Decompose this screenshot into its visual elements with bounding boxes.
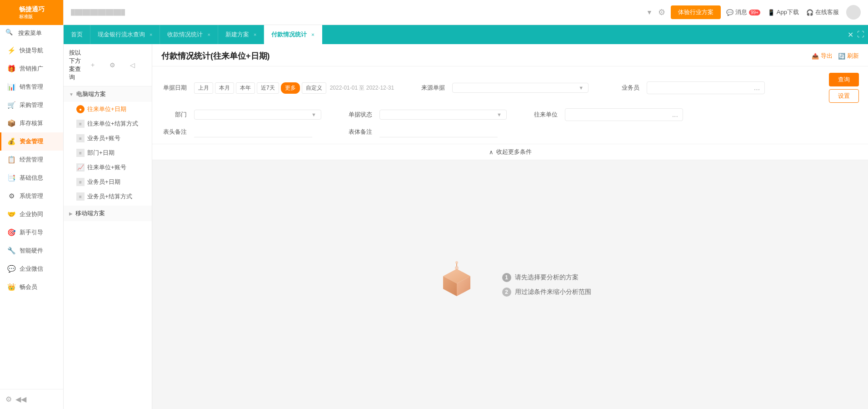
scheme-item-employee-settlement[interactable]: ≡ 业务员+结算方式 xyxy=(64,189,152,204)
topbar-right: 💬 消息 99+ 📱 App下载 🎧 在线客服 xyxy=(726,5,861,20)
export-button[interactable]: 📤 导出 xyxy=(812,52,833,60)
scheme-item-unit-date[interactable]: ● 往来单位+日期 xyxy=(64,102,152,116)
tab-bank-flow[interactable]: 现金银行流水查询 × xyxy=(90,25,160,44)
headset-icon: 🎧 xyxy=(806,9,813,16)
tab-payment-stats-close[interactable]: × xyxy=(207,32,210,37)
filter-row-3: 表头备注 表体备注 xyxy=(161,126,859,137)
empty-content: 1 请先选择要分析的方案 2 用过滤条件来缩小分析范围 xyxy=(429,258,591,312)
close-all-tabs-icon[interactable]: ✕ xyxy=(848,30,853,39)
sidebar-item-operations[interactable]: 📋 经营管理 xyxy=(0,151,63,169)
online-service-button[interactable]: 🎧 在线客服 xyxy=(806,8,839,16)
app-download-button[interactable]: 📱 App下载 xyxy=(768,8,799,16)
partner-select[interactable]: ... xyxy=(565,108,683,121)
scheme-item-label-unit-date: 往来单位+日期 xyxy=(87,105,126,113)
tip-text-2: 用过滤条件来缩小分析范围 xyxy=(515,288,591,296)
date-more-btn[interactable]: 更多 xyxy=(281,82,300,94)
collapse-panel-icon[interactable]: ◁ xyxy=(130,61,147,69)
topbar-dropdown-icon[interactable]: ▼ xyxy=(646,9,653,16)
collapse-sidebar-icon[interactable]: ◀◀ xyxy=(15,395,26,404)
scheme-item-label-employee-settlement: 业务员+结算方式 xyxy=(87,192,132,201)
sidebar-item-finance[interactable]: 💰 资金管理 xyxy=(0,132,63,151)
tip-number-1: 1 xyxy=(502,273,511,282)
date-custom-btn[interactable]: 自定义 xyxy=(302,82,326,94)
scheme-item-dept-date[interactable]: ≡ 部门+日期 xyxy=(64,146,152,160)
sidebar-item-quick-nav[interactable]: ⚡ 快捷导航 xyxy=(0,41,63,60)
topbar-gear-icon[interactable]: ⚙ xyxy=(658,7,665,17)
settings-scheme-icon[interactable]: ⚙ xyxy=(110,61,126,69)
sidebar-item-marketing[interactable]: 🎁 营销推广 xyxy=(0,60,63,78)
scheme-panel-header: 按以下方案查询 ＋ ⚙ ◁ xyxy=(64,44,152,86)
source-select[interactable]: ▼ xyxy=(452,83,589,93)
sidebar-item-purchase[interactable]: 🛒 采购管理 xyxy=(0,96,63,114)
tab-payment-out-close[interactable]: × xyxy=(311,32,314,37)
search-icon: 🔍 xyxy=(5,29,15,38)
query-button[interactable]: 查询 xyxy=(829,73,859,86)
messages-button[interactable]: 💬 消息 99+ xyxy=(726,8,760,16)
mobile-scheme-group-label: 移动端方案 xyxy=(75,209,105,217)
hardware-icon: 🔧 xyxy=(7,246,16,255)
action-buttons: 查询 设置 xyxy=(829,73,859,103)
sidebar-bottom: ⚙ ◀◀ xyxy=(0,389,63,409)
tab-home[interactable]: 首页 xyxy=(64,25,90,44)
tab-payment-stats[interactable]: 收款情况统计 × xyxy=(160,25,218,44)
scheme-item-employee-account[interactable]: ≡ 业务员+账号 xyxy=(64,131,152,146)
sidebar-item-sales[interactable]: 📊 销售管理 xyxy=(0,78,63,96)
scheme-sq-icon-2: ≡ xyxy=(76,134,85,142)
sidebar-item-vip[interactable]: 👑 畅会员 xyxy=(0,278,63,296)
body-note-input[interactable] xyxy=(379,126,498,137)
sidebar-item-inventory[interactable]: 📦 库存核算 xyxy=(0,114,63,132)
logo-sub: 标准版 xyxy=(19,14,45,20)
date-buttons-group: 上月 本月 本年 近7天 更多 自定义 2022-01-01 至 2022-12… xyxy=(194,82,394,94)
tab-bank-flow-close[interactable]: × xyxy=(150,32,152,37)
user-avatar[interactable] xyxy=(846,5,861,20)
tip-text-1: 请先选择要分析的方案 xyxy=(515,273,579,282)
settings-bottom-icon[interactable]: ⚙ xyxy=(5,395,12,404)
date-this-year-btn[interactable]: 本年 xyxy=(236,82,255,94)
sidebar-item-basic-info[interactable]: 📑 基础信息 xyxy=(0,169,63,187)
sidebar-label-finance: 资金管理 xyxy=(20,137,43,146)
doc-status-select[interactable]: ▼ xyxy=(379,110,507,120)
sidebar-item-hardware[interactable]: 🔧 智能硬件 xyxy=(0,242,63,260)
scheme-sq-icon: ≡ xyxy=(76,120,85,128)
settings-button[interactable]: 设置 xyxy=(829,89,859,103)
sidebar-item-enterprise[interactable]: 🤝 企业协同 xyxy=(0,205,63,223)
tab-new-scheme[interactable]: 新建方案 × xyxy=(218,25,264,44)
tab-payment-stats-label: 收款情况统计 xyxy=(167,30,203,39)
refresh-button[interactable]: 🔄 刷新 xyxy=(838,52,859,60)
empty-tip-2: 2 用过滤条件来缩小分析范围 xyxy=(502,288,591,297)
empty-illustration xyxy=(429,258,484,312)
doc-icon: 📑 xyxy=(7,173,16,182)
page-title: 付款情况统计(往来单位+日期) xyxy=(161,50,270,61)
topbar: ██████████████ ▼ ⚙ 体验行业方案 💬 消息 99+ 📱 App… xyxy=(64,0,868,25)
maximize-icon[interactable]: ⛶ xyxy=(857,30,864,39)
header-note-label: 表头备注 xyxy=(161,128,187,136)
industry-trial-button[interactable]: 体验行业方案 xyxy=(671,5,721,19)
date-last-7days-btn[interactable]: 近7天 xyxy=(257,82,279,94)
pc-scheme-group-header[interactable]: ▼ 电脑端方案 xyxy=(64,86,152,102)
tab-payment-out[interactable]: 付款情况统计 × xyxy=(264,25,322,44)
dept-select[interactable]: ▼ xyxy=(194,110,321,120)
sidebar-label-hardware: 智能硬件 xyxy=(20,247,43,255)
collapse-conditions-bar[interactable]: ∧ 收起更多条件 xyxy=(152,144,868,160)
employee-select[interactable]: ... xyxy=(647,81,765,94)
scheme-item-unit-settlement[interactable]: ≡ 往来单位+结算方式 xyxy=(64,116,152,131)
dept-filter-label: 部门 xyxy=(161,111,187,119)
tab-new-scheme-close[interactable]: × xyxy=(254,32,256,37)
add-scheme-icon[interactable]: ＋ xyxy=(90,61,106,69)
date-this-month-btn[interactable]: 本月 xyxy=(215,82,234,94)
sidebar-item-sys-mgmt[interactable]: ⚙ 系统管理 xyxy=(0,187,63,205)
date-last-month-btn[interactable]: 上月 xyxy=(194,82,213,94)
sidebar-item-wechat[interactable]: 💬 企业微信 xyxy=(0,260,63,278)
sidebar-item-search-menu[interactable]: 🔍 搜索菜单 xyxy=(0,25,63,41)
sidebar-label-enterprise: 企业协同 xyxy=(20,210,43,218)
scheme-sq-icon-3: ≡ xyxy=(76,149,85,157)
scheme-item-unit-account[interactable]: 📈 往来单位+账号 xyxy=(64,160,152,175)
header-note-input[interactable] xyxy=(194,126,312,137)
scheme-item-employee-date[interactable]: ≡ 业务员+日期 xyxy=(64,175,152,189)
mobile-scheme-group-header[interactable]: ▶ 移动端方案 xyxy=(64,206,152,221)
money-icon: 💰 xyxy=(7,137,16,146)
sidebar-item-guide[interactable]: 🎯 新手引导 xyxy=(0,223,63,242)
partner-dots[interactable]: ... xyxy=(672,111,678,119)
employee-dots[interactable]: ... xyxy=(754,84,760,92)
svg-point-5 xyxy=(455,261,458,264)
